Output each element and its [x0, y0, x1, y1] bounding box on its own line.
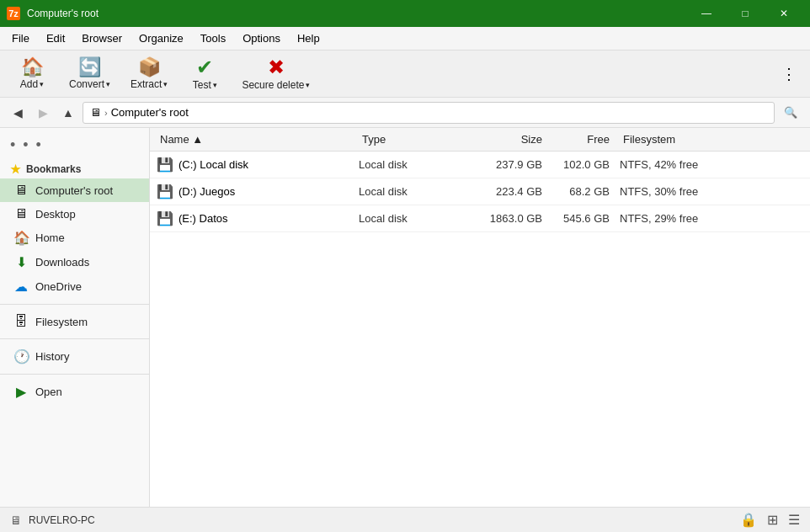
back-button[interactable]: ◀ [7, 102, 29, 124]
drive-d-free: 68.2 GB [552, 185, 620, 198]
convert-label: Convert ▾ [69, 78, 110, 90]
col-header-type[interactable]: Type [359, 131, 468, 147]
window-title: Computer's root [27, 8, 680, 19]
menu-tools[interactable]: Tools [192, 29, 234, 48]
forward-button[interactable]: ▶ [32, 102, 54, 124]
file-row[interactable]: 💾 (D:) Juegos Local disk 223.4 GB 68.2 G… [150, 178, 810, 205]
col-header-size[interactable]: Size [468, 131, 552, 147]
drive-d-fs: NTFS, 30% free [620, 185, 803, 198]
sidebar-item-filesystem[interactable]: 🗄 Filesystem [0, 310, 149, 333]
convert-icon: 🔄 [78, 58, 101, 77]
drive-e-fs: NTFS, 29% free [620, 212, 803, 225]
sidebar-divider-1 [0, 304, 149, 305]
title-bar: 7z Computer's root — □ ✕ [0, 0, 810, 27]
sidebar: • • • ★ Bookmarks 🖥 Computer's root 🖥 De… [0, 128, 150, 507]
menu-bar: File Edit Browser Organize Tools Options… [0, 27, 810, 51]
drive-e-type: Local disk [359, 212, 468, 225]
grid-view-icon[interactable]: ⊞ [767, 512, 778, 528]
drive-c-size: 237.9 GB [468, 158, 552, 171]
menu-options[interactable]: Options [234, 29, 289, 48]
add-label: Add ▾ [20, 78, 44, 90]
test-icon: ✔ [196, 57, 213, 77]
test-label: Test ▾ [193, 79, 217, 91]
window-controls: — □ ✕ [687, 0, 803, 27]
bookmarks-label: Bookmarks [26, 163, 81, 175]
menu-help[interactable]: Help [289, 29, 328, 48]
status-right-controls: 🔒 ⊞ ☰ [740, 512, 800, 528]
drive-c-icon: 💾 [157, 157, 173, 173]
drive-c-name: 💾 (C:) Local disk [157, 157, 359, 173]
toolbar: 🏠 Add ▾ 🔄 Convert ▾ 📦 Extract ▾ ✔ Test ▾… [0, 51, 810, 98]
add-icon: 🏠 [21, 58, 44, 77]
toolbar-more[interactable]: ⋮ [775, 61, 803, 87]
secure-delete-button[interactable]: ✖ Secure delete ▾ [233, 54, 318, 94]
home-icon: 🏠 [13, 230, 29, 246]
bookmarks-header: ★ Bookmarks [0, 157, 149, 178]
sidebar-item-desktop[interactable]: 🖥 Desktop [0, 202, 149, 226]
list-view-icon[interactable]: ☰ [788, 512, 800, 528]
drive-e-icon: 💾 [157, 210, 173, 226]
path-separator: › [104, 108, 108, 118]
secure-delete-icon: ✖ [268, 57, 285, 77]
sidebar-item-onedrive[interactable]: ☁ OneDrive [0, 274, 149, 299]
computers-root-icon: 🖥 [13, 183, 29, 198]
menu-edit[interactable]: Edit [38, 29, 73, 48]
close-button[interactable]: ✕ [765, 0, 803, 27]
sidebar-item-open[interactable]: ▶ Open [0, 380, 149, 404]
file-row[interactable]: 💾 (E:) Datos Local disk 1863.0 GB 545.6 … [150, 205, 810, 232]
drive-d-type: Local disk [359, 185, 468, 198]
downloads-icon: ⬇ [13, 254, 29, 270]
drive-d-size: 223.4 GB [468, 185, 552, 198]
column-headers: Name ▲ Type Size Free Filesystem [150, 128, 810, 152]
path-computer-icon: 🖥 [90, 106, 101, 119]
extract-label: Extract ▾ [131, 78, 168, 90]
menu-organize[interactable]: Organize [131, 29, 192, 48]
secure-delete-label: Secure delete ▾ [242, 79, 310, 91]
search-button[interactable]: 🔍 [778, 102, 803, 124]
sidebar-divider-2 [0, 338, 149, 339]
app-icon: 7z [7, 7, 20, 20]
lock-icon[interactable]: 🔒 [740, 512, 757, 528]
history-icon: 🕐 [13, 348, 29, 364]
col-header-free[interactable]: Free [552, 131, 620, 147]
open-label: Open [35, 386, 62, 398]
sidebar-item-downloads[interactable]: ⬇ Downloads [0, 250, 149, 274]
minimize-button[interactable]: — [687, 0, 726, 27]
menu-file[interactable]: File [3, 29, 38, 48]
drive-c-type: Local disk [359, 158, 468, 171]
maximize-button[interactable]: □ [726, 0, 765, 27]
status-bar: 🖥 RUVELRO-PC 🔒 ⊞ ☰ [0, 507, 810, 532]
address-path[interactable]: 🖥 › Computer's root [83, 102, 775, 124]
desktop-icon: 🖥 [13, 206, 29, 221]
sidebar-item-home[interactable]: 🏠 Home [0, 226, 149, 250]
col-header-name[interactable]: Name ▲ [157, 131, 359, 147]
add-button[interactable]: 🏠 Add ▾ [7, 55, 57, 93]
drive-c-free: 102.0 GB [552, 158, 620, 171]
computer-icon: 🖥 [10, 513, 22, 527]
extract-button[interactable]: 📦 Extract ▾ [122, 55, 176, 93]
sidebar-item-history[interactable]: 🕐 History [0, 344, 149, 369]
downloads-label: Downloads [35, 256, 89, 269]
drive-d-name: 💾 (D:) Juegos [157, 184, 359, 200]
filesystem-label: Filesystem [35, 316, 88, 328]
col-header-fs[interactable]: Filesystem [620, 131, 803, 147]
file-row[interactable]: 💾 (C:) Local disk Local disk 237.9 GB 10… [150, 152, 810, 178]
home-label: Home [35, 231, 65, 244]
drive-e-free: 545.6 GB [552, 212, 620, 225]
sidebar-divider-3 [0, 374, 149, 375]
menu-browser[interactable]: Browser [73, 29, 131, 48]
drive-e-name: 💾 (E:) Datos [157, 210, 359, 226]
sidebar-item-computers-root[interactable]: 🖥 Computer's root [0, 178, 149, 202]
test-button[interactable]: ✔ Test ▾ [179, 54, 230, 94]
sidebar-more[interactable]: • • • [0, 133, 149, 157]
computer-name: RUVELRO-PC [29, 514, 733, 526]
drive-c-fs: NTFS, 42% free [620, 158, 803, 171]
drive-d-icon: 💾 [157, 184, 173, 200]
extract-icon: 📦 [138, 58, 161, 77]
file-list: Name ▲ Type Size Free Filesystem 💾 (C:) … [150, 128, 810, 507]
up-button[interactable]: ▲ [57, 102, 79, 124]
drive-e-size: 1863.0 GB [468, 212, 552, 225]
bookmarks-icon: ★ [10, 162, 21, 176]
path-current: Computer's root [111, 106, 189, 119]
convert-button[interactable]: 🔄 Convert ▾ [61, 55, 119, 93]
